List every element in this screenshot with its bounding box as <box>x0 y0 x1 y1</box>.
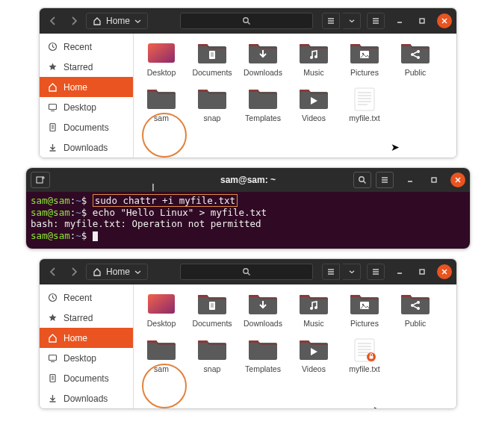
sidebar-item-desktop[interactable]: Desktop <box>40 97 133 117</box>
svg-rect-34 <box>49 355 56 361</box>
folder-item-desktop[interactable]: Desktop <box>140 289 183 329</box>
back-button[interactable] <box>44 13 62 29</box>
view-dropdown-button[interactable] <box>343 13 361 29</box>
minimize-button[interactable] <box>392 13 407 28</box>
minimize-button[interactable] <box>392 264 407 279</box>
back-button[interactable] <box>44 264 62 280</box>
doc-folder-icon <box>195 38 229 68</box>
item-label: Templates <box>245 365 281 374</box>
folder-item-videos[interactable]: Videos <box>292 335 335 374</box>
folder-item-templates[interactable]: Templates <box>241 335 285 374</box>
close-button[interactable] <box>437 13 452 28</box>
file-manager-header: Home <box>40 8 456 34</box>
folder-item-downloads[interactable]: Downloads <box>241 289 285 329</box>
item-label: Desktop <box>147 320 176 329</box>
terminal-body[interactable]: sam@sam:~$ sudo chattr +i myfile.txtsam@… <box>26 192 470 249</box>
highlight-circle <box>142 364 187 408</box>
view-dropdown-button[interactable] <box>343 264 361 280</box>
hamburger-button[interactable] <box>367 264 385 280</box>
item-label: Downloads <box>244 69 282 78</box>
folder-icon <box>246 84 280 113</box>
star-icon <box>47 313 58 323</box>
folder-item-pictures[interactable]: Pictures <box>343 289 386 329</box>
svg-point-25 <box>359 177 364 181</box>
folder-item-snap[interactable]: snap <box>190 84 234 123</box>
svg-rect-15 <box>148 43 175 63</box>
sidebar-item-downloads[interactable]: Downloads <box>40 388 133 408</box>
sidebar-item-starred[interactable]: Starred <box>40 57 133 77</box>
terminal-cursor <box>93 231 98 241</box>
maximize-button[interactable] <box>415 13 430 28</box>
cursor-icon: ➤ <box>391 141 400 153</box>
path-label: Home <box>106 16 130 26</box>
file-item-myfile-txt[interactable]: myfile.txt <box>343 84 386 123</box>
search-input[interactable] <box>180 13 313 29</box>
search-input[interactable] <box>180 264 313 280</box>
list-view-button[interactable] <box>322 13 340 29</box>
maximize-button[interactable] <box>427 172 441 187</box>
folder-item-templates[interactable]: Templates <box>241 84 285 123</box>
maximize-button[interactable] <box>415 264 430 279</box>
item-label: Pictures <box>350 69 379 78</box>
sidebar-item-documents[interactable]: Documents <box>40 368 133 388</box>
sidebar-item-desktop[interactable]: Desktop <box>40 348 133 368</box>
svg-rect-32 <box>420 270 424 274</box>
close-button[interactable] <box>450 172 465 187</box>
item-label: Videos <box>302 365 326 374</box>
folder-item-pictures[interactable]: Pictures <box>343 38 386 78</box>
sidebar-item-starred[interactable]: Starred <box>40 308 133 328</box>
folder-item-documents[interactable]: Documents <box>190 38 234 78</box>
svg-point-29 <box>244 269 248 273</box>
folder-item-public[interactable]: Public <box>394 289 437 329</box>
sidebar-item-documents[interactable]: Documents <box>40 117 133 137</box>
folder-item-documents[interactable]: Documents <box>190 289 234 329</box>
forward-button[interactable] <box>65 264 83 280</box>
file-manager-window-bottom: Home RecentStarredHomeDesktopDocumentsDo… <box>39 258 457 409</box>
close-button[interactable] <box>437 264 452 279</box>
sidebar-item-label: Downloads <box>63 393 108 404</box>
svg-point-17 <box>310 56 313 59</box>
sidebar-item-label: Desktop <box>63 353 96 364</box>
file-icon <box>347 335 382 364</box>
folder-item-desktop[interactable]: Desktop <box>140 38 183 78</box>
hamburger-button[interactable] <box>367 13 385 29</box>
sidebar: RecentStarredHomeDesktopDocumentsDownloa… <box>40 284 134 408</box>
folder-item-downloads[interactable]: Downloads <box>241 38 285 78</box>
highlight-circle <box>142 113 187 158</box>
file-item-myfile-txt[interactable]: myfile.txt <box>343 335 386 374</box>
sidebar-item-downloads[interactable]: Downloads <box>40 137 133 158</box>
chevron-down-icon <box>134 269 141 276</box>
sidebar-item-recent[interactable]: Recent <box>40 287 133 308</box>
path-bar-button[interactable]: Home <box>86 13 148 29</box>
list-view-button[interactable] <box>322 264 340 280</box>
desktop-icon <box>47 102 58 112</box>
folder-item-music[interactable]: Music <box>292 38 335 78</box>
svg-rect-47 <box>370 355 373 358</box>
file-grid: DesktopDocumentsDownloadsMusicPicturesPu… <box>134 34 456 158</box>
path-bar-button[interactable]: Home <box>86 264 148 280</box>
sidebar: RecentStarredHomeDesktopDocumentsDownloa… <box>40 34 134 158</box>
folder-item-public[interactable]: Public <box>394 38 437 78</box>
folder-item-music[interactable]: Music <box>292 289 335 329</box>
sidebar-item-recent[interactable]: Recent <box>40 37 133 57</box>
minimize-button[interactable] <box>403 172 418 187</box>
terminal-header: sam@sam: ~ I <box>26 168 470 192</box>
item-label: myfile.txt <box>349 114 379 123</box>
search-icon <box>242 267 251 276</box>
home-icon <box>47 333 58 343</box>
share-folder-icon <box>398 38 433 68</box>
sidebar-item-home[interactable]: Home <box>40 328 133 348</box>
file-grid: DesktopDocumentsDownloadsMusicPicturesPu… <box>134 284 456 408</box>
search-icon <box>242 16 251 25</box>
new-tab-button[interactable] <box>31 172 50 188</box>
svg-rect-38 <box>209 302 215 310</box>
sidebar-item-home[interactable]: Home <box>40 77 133 97</box>
home-icon <box>47 82 58 92</box>
forward-button[interactable] <box>65 13 83 29</box>
sidebar-item-label: Documents <box>63 373 109 384</box>
terminal-search-button[interactable] <box>353 172 371 188</box>
terminal-menu-button[interactable] <box>376 172 394 188</box>
sidebar-item-label: Starred <box>63 313 93 323</box>
folder-item-videos[interactable]: Videos <box>292 84 335 123</box>
folder-item-snap[interactable]: snap <box>190 335 234 374</box>
